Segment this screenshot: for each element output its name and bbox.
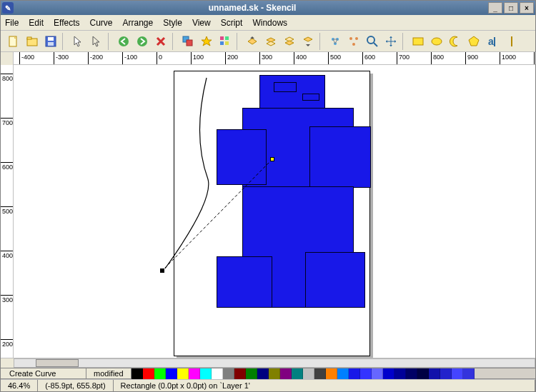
color-swatch[interactable] (417, 368, 429, 380)
hruler-tick: 900 (465, 52, 466, 64)
layer-raise-icon[interactable] (244, 33, 261, 50)
color-swatch[interactable] (360, 368, 372, 380)
color-swatch[interactable] (166, 368, 177, 380)
save-doc-icon[interactable] (42, 33, 59, 50)
new-doc-icon[interactable] (5, 33, 22, 50)
color-swatch[interactable] (292, 368, 303, 380)
curve-end-point[interactable] (160, 268, 164, 273)
vruler-tick: 500 (1, 206, 14, 207)
rect-tool-icon[interactable] (410, 33, 427, 50)
undo-icon[interactable] (115, 33, 132, 50)
maximize-button[interactable]: □ (504, 2, 518, 14)
horizontal-scrollbar[interactable] (1, 358, 535, 368)
color-swatch[interactable] (326, 368, 337, 380)
polygon-tool-icon[interactable] (465, 33, 482, 50)
tool-mode-label: Create Curve (1, 368, 86, 378)
hruler-tick: 500 (328, 52, 329, 64)
window-title: unnamed.sk - Skencil (18, 3, 487, 13)
menu-style[interactable]: Style (163, 18, 182, 28)
color-swatch[interactable] (269, 368, 280, 380)
moon-tool-icon[interactable] (447, 33, 464, 50)
shapes-union-icon[interactable] (179, 33, 197, 50)
layer-lower-icon[interactable] (299, 33, 317, 50)
hruler-tick: 600 (362, 52, 363, 64)
layer-down-icon[interactable] (281, 33, 298, 50)
color-swatch[interactable] (372, 368, 383, 380)
color-swatch[interactable] (234, 368, 246, 380)
zoom-icon[interactable] (364, 33, 381, 50)
svg-point-17 (349, 37, 352, 40)
color-swatch[interactable] (177, 368, 189, 380)
color-swatch[interactable] (303, 368, 314, 380)
color-swatch[interactable] (143, 368, 154, 380)
ungroup-icon[interactable] (345, 33, 362, 50)
color-swatch[interactable] (394, 368, 406, 380)
vruler-tick: 600 (1, 162, 14, 163)
layer-up-icon[interactable] (262, 33, 279, 50)
vruler-tick: 800 (1, 74, 14, 74)
delete-icon[interactable] (152, 33, 169, 50)
curve-control-point[interactable] (270, 157, 274, 161)
color-swatch[interactable] (463, 368, 475, 380)
redo-icon[interactable] (134, 33, 151, 50)
titlebar[interactable]: ✎ unnamed.sk - Skencil _ □ × (1, 1, 535, 15)
minimize-button[interactable]: _ (488, 2, 502, 14)
workarea: -400-300-200-100010020030040050060070080… (1, 52, 535, 368)
color-swatch[interactable] (212, 368, 223, 380)
menu-script[interactable]: Script (221, 18, 243, 28)
color-swatch[interactable] (280, 368, 292, 380)
close-button[interactable]: × (520, 2, 534, 14)
svg-rect-22 (413, 38, 423, 45)
color-swatch[interactable] (200, 368, 212, 380)
open-doc-icon[interactable] (24, 33, 41, 50)
color-swatch[interactable] (223, 368, 234, 380)
svg-rect-12 (220, 41, 224, 45)
grid-tool-icon[interactable] (217, 33, 234, 50)
status-zoom: 46.4% (1, 380, 38, 391)
color-swatch[interactable] (257, 368, 269, 380)
ellipse-tool-icon[interactable] (428, 33, 445, 50)
scrollbar-thumb[interactable] (36, 359, 79, 367)
color-swatch[interactable] (406, 368, 417, 380)
color-swatch[interactable] (189, 368, 200, 380)
menu-effects[interactable]: Effects (54, 18, 79, 28)
hruler-tick: 400 (294, 52, 294, 64)
color-swatch[interactable] (314, 368, 326, 380)
menu-edit[interactable]: Edit (29, 18, 44, 28)
svg-point-19 (352, 43, 355, 46)
svg-text:a: a (488, 36, 494, 47)
hruler-tick: -300 (54, 52, 54, 64)
menu-windows[interactable]: Windows (252, 18, 287, 28)
svg-point-6 (119, 36, 129, 46)
text-tool-icon[interactable]: a (484, 33, 501, 50)
pointer-icon[interactable] (69, 33, 86, 50)
menu-curve[interactable]: Curve (90, 18, 113, 28)
color-swatch[interactable] (349, 368, 360, 380)
color-swatch[interactable] (440, 368, 452, 380)
canvas[interactable] (14, 65, 535, 358)
pan-icon[interactable] (382, 33, 399, 50)
color-swatch[interactable] (246, 368, 257, 380)
color-swatch[interactable] (154, 368, 166, 380)
svg-point-18 (355, 37, 358, 40)
select-icon[interactable] (88, 33, 105, 50)
line-tool-icon[interactable] (502, 33, 520, 50)
svg-rect-11 (225, 36, 229, 40)
color-swatch[interactable] (131, 368, 143, 380)
app-icon: ✎ (2, 2, 14, 14)
group-icon[interactable] (327, 33, 344, 50)
color-swatch[interactable] (383, 368, 394, 380)
menu-file[interactable]: File (5, 18, 19, 28)
hruler-tick: 100 (191, 52, 192, 64)
star-tool-icon[interactable] (198, 33, 215, 50)
status-coords: (-85.9pt, 655.8pt) (38, 380, 113, 391)
svg-rect-26 (511, 36, 512, 46)
color-swatch[interactable] (429, 368, 440, 380)
menu-view[interactable]: View (192, 18, 211, 28)
status-selection: Rectangle (0.0pt x 0.0pt) on `Layer 1' (114, 380, 535, 391)
color-swatch[interactable] (337, 368, 349, 380)
hruler-tick: -100 (122, 52, 123, 64)
menu-arrange[interactable]: Arrange (123, 18, 154, 28)
toolbar: a (1, 31, 535, 52)
color-swatch[interactable] (452, 368, 463, 380)
